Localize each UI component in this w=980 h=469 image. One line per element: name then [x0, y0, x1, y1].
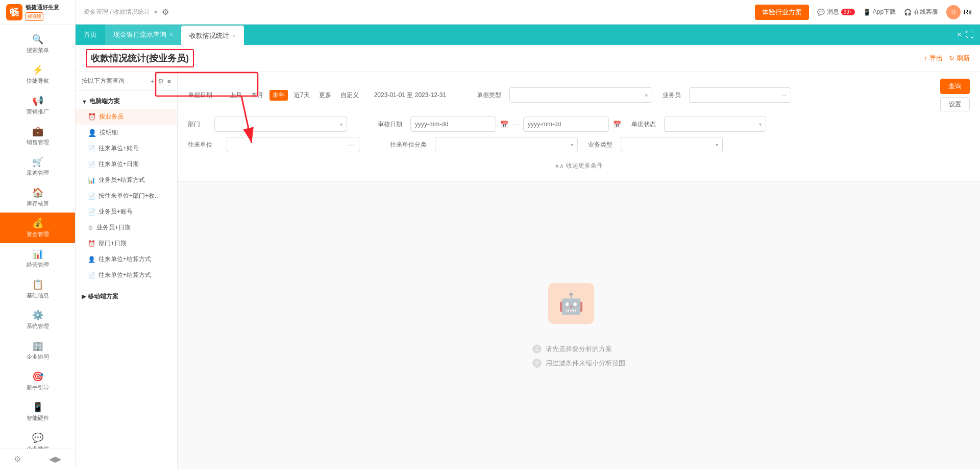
sidebar-label-hardware: 智能硬件 — [27, 414, 49, 422]
add-scheme-icon[interactable]: + — [151, 77, 155, 85]
query-buttons: 查询 设置 — [940, 79, 970, 111]
avatar: R — [946, 5, 961, 19]
logo-badge: 标准版 — [26, 12, 43, 21]
quicknav-icon: ⚡ — [32, 64, 43, 76]
sidebar-item-search[interactable]: 🔍 搜索菜单 — [0, 29, 75, 59]
tab-receipt-close-icon[interactable]: × — [232, 32, 236, 39]
dropdown-arrow-icon[interactable]: ▾ — [154, 8, 158, 16]
dept-select[interactable]: ▾ — [214, 116, 347, 132]
date-tab-this-month[interactable]: 本月 — [248, 90, 266, 101]
tree-item-unit-date[interactable]: 📄 往来单位+日期 — [76, 156, 177, 172]
sidebar-item-newbie[interactable]: 🎯 新手引导 — [0, 366, 75, 396]
left-panel-actions: + ⚙ « — [151, 77, 171, 85]
export-button[interactable]: ↑ 导出 — [924, 54, 943, 63]
tree-item-staff-date[interactable]: ⚙ 业务员+日期 — [76, 220, 177, 236]
refresh-icon: ↻ — [949, 54, 954, 62]
query-button[interactable]: 查询 — [940, 79, 970, 94]
sidebar-item-system[interactable]: ⚙️ 系统管理 — [0, 304, 75, 335]
tree-item-label-unit-account: 往来单位+账号 — [99, 144, 139, 153]
partner-select[interactable]: ··· — [227, 137, 359, 152]
dept-arrow: ▾ — [340, 122, 342, 127]
tab-home[interactable]: 首页 — [76, 25, 105, 45]
settings-button[interactable]: 设置 — [940, 97, 970, 111]
voucher-type-select[interactable]: ▾ — [509, 87, 652, 103]
date-tab-last7[interactable]: 近7天 — [291, 90, 313, 101]
review-date-start[interactable] — [410, 116, 496, 132]
sidebar-item-base[interactable]: 📋 基础信息 — [0, 274, 75, 304]
gear-icon[interactable]: ⚙ — [162, 7, 169, 17]
sidebar-item-hardware[interactable]: 📱 智能硬件 — [0, 396, 75, 427]
empty-icon: 🤖 — [548, 283, 609, 334]
empty-tips: 1 请先选择要分析的方案 2 用过滤条件来缩小分析范围 — [532, 344, 625, 368]
tree-item-staff-settle[interactable]: 📊 业务员+结算方式 — [76, 172, 177, 188]
marketing-icon: 📢 — [32, 95, 43, 106]
tab-close-all-icon[interactable]: × — [957, 30, 962, 39]
content-area: 按以下方案查询 + ⚙ « ▼ 电脑端方案 ⏰ 按业务员 👤 — [76, 72, 980, 469]
sidebar-item-corp[interactable]: 🏢 企业协同 — [0, 335, 75, 366]
sidebar-item-purchase[interactable]: 🛒 采购管理 — [0, 151, 75, 182]
tree-item-unit-dept[interactable]: 📄 按往来单位+部门+收... — [76, 188, 177, 204]
message-item[interactable]: 💬 消息 99+ — [817, 8, 855, 16]
sidebar-item-inventory[interactable]: 🏠 库存核算 — [0, 182, 75, 213]
date-tab-more[interactable]: 更多 — [316, 90, 334, 101]
tree-item-by-staff[interactable]: ⏰ 按业务员 — [76, 109, 177, 125]
chevron-up-icon: ∧∧ — [555, 162, 564, 170]
tree-item-label-by-detail: 按明细 — [100, 128, 118, 137]
tree-item-unit-account[interactable]: 📄 往来单位+账号 — [76, 140, 177, 156]
detail-scheme-icon: 👤 — [88, 129, 96, 137]
refresh-button[interactable]: ↻ 刷新 — [949, 54, 970, 63]
message-icon: 💬 — [817, 9, 825, 16]
biz-type-select[interactable]: ▾ — [621, 137, 723, 152]
sidebar-item-quicknav[interactable]: ⚡ 快捷导航 — [0, 59, 75, 90]
tree-item-unit-settle1[interactable]: 👤 往来单位+结算方式 — [76, 251, 177, 267]
robot-illustration: 🤖 — [548, 283, 594, 324]
voucher-type-group: 单据类型 ▾ — [477, 87, 652, 103]
sidebar-item-business[interactable]: 📊 经营管理 — [0, 243, 75, 274]
desktop-section-toggle[interactable]: ▼ 电脑端方案 — [76, 94, 177, 109]
settings-footer-icon[interactable]: ⚙ — [14, 454, 21, 464]
sidebar-label-search: 搜索菜单 — [27, 46, 49, 54]
tab-bank-close-icon[interactable]: × — [169, 31, 173, 38]
review-date-end[interactable] — [523, 116, 609, 132]
base-icon: 📋 — [32, 279, 43, 290]
sidebar-item-marketing[interactable]: 📢 营销推广 — [0, 90, 75, 121]
scheme-settings-icon[interactable]: ⚙ — [158, 77, 164, 85]
user-area[interactable]: R Rit — [946, 5, 972, 19]
sidebar-item-wechat[interactable]: 💬 企业微信 — [0, 427, 75, 449]
mobile-section-toggle[interactable]: ▶ 移动端方案 — [76, 289, 177, 304]
partner-category-select[interactable]: ▾ — [435, 137, 578, 152]
business-icon: 📊 — [32, 248, 43, 260]
collapse-filter-button[interactable]: ∧∧ 收起更多条件 — [188, 157, 970, 174]
sidebar-item-finance[interactable]: 💰 资金管理 — [0, 213, 75, 243]
tree-item-by-detail[interactable]: 👤 按明细 — [76, 125, 177, 140]
trial-button[interactable]: 体验行业方案 — [755, 5, 809, 20]
voucher-status-select[interactable]: ▾ — [664, 116, 766, 132]
date-tab-this-year[interactable]: 本年 — [270, 90, 288, 101]
tree-item-label-unit-settle1: 往来单位+结算方式 — [99, 255, 151, 264]
hardware-icon: 📱 — [32, 402, 43, 413]
unit-date-icon: 📄 — [88, 161, 95, 168]
date-tab-custom[interactable]: 自定义 — [337, 90, 362, 101]
tab-bank[interactable]: 现金银行流水查询 × — [105, 25, 181, 45]
tab-receipt[interactable]: 收款情况统计 × — [181, 26, 244, 46]
tree-item-dept-date[interactable]: ⏰ 部门+日期 — [76, 236, 177, 251]
page-title: 收款情况统计(按业务员) — [86, 49, 194, 67]
staff-more-icon: ··· — [781, 91, 787, 99]
app-download-item[interactable]: 📱 App下载 — [863, 8, 896, 16]
staff-select[interactable]: ··· — [689, 87, 791, 103]
header-left: 资金管理 / 收款情况统计 ▾ ⚙ — [84, 7, 169, 17]
online-service-item[interactable]: 🎧 在线客服 — [904, 8, 938, 16]
collapse-footer-icon[interactable]: ◀▶ — [49, 454, 61, 464]
calendar-start-icon[interactable]: 📅 — [500, 121, 508, 128]
collapse-panel-icon[interactable]: « — [167, 77, 171, 85]
date-tab-last-month[interactable]: 上月 — [227, 90, 245, 101]
tree-item-unit-settle2[interactable]: 📄 往来单位+结算方式 — [76, 267, 177, 283]
sidebar-item-sales[interactable]: 💼 销售管理 — [0, 121, 75, 151]
unit-account-icon: 📄 — [88, 145, 95, 152]
calendar-end-icon[interactable]: 📅 — [613, 121, 621, 128]
inventory-icon: 🏠 — [32, 187, 43, 198]
tab-maximize-icon[interactable]: ⛶ — [966, 30, 974, 39]
staff-account-icon: 📄 — [88, 208, 95, 216]
mobile-tree-section: ▶ 移动端方案 — [76, 286, 177, 307]
tree-item-staff-account[interactable]: 📄 业务员+账号 — [76, 204, 177, 220]
